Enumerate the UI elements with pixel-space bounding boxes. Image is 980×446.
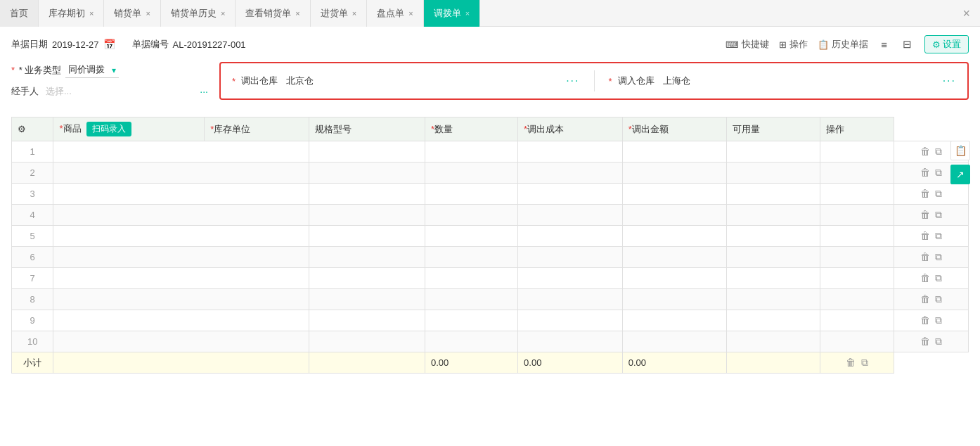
delete-icon[interactable]: 🗑 [920,209,930,220]
available-cell[interactable] [820,226,894,247]
delete-icon[interactable]: 🗑 [920,188,930,199]
close-all-tabs[interactable]: × [962,6,970,21]
cost-cell[interactable] [622,289,727,310]
close-tab-sales[interactable]: × [146,9,150,18]
copy-icon-sub[interactable]: ⧉ [861,357,868,368]
operation-btn[interactable]: ⊞ 操作 [779,38,808,51]
product-cell[interactable] [53,289,309,310]
tab-sales-history[interactable]: 销货单历史 × [161,0,236,27]
qty-cell[interactable] [518,289,623,310]
qty-cell[interactable] [518,247,623,268]
warehouse-out-value[interactable]: 北京仓 [286,75,314,87]
amount-cell[interactable] [727,247,820,268]
spec-cell[interactable] [425,205,517,226]
available-cell[interactable] [820,184,894,205]
product-cell[interactable] [53,226,309,247]
qty-cell[interactable] [518,268,623,289]
cost-cell[interactable] [622,310,727,331]
unit-cell[interactable] [309,184,425,205]
delete-icon-sub[interactable]: 🗑 [846,357,856,368]
product-cell[interactable] [53,268,309,289]
product-cell[interactable] [53,310,309,331]
tab-stocktake[interactable]: 盘点单 × [367,0,423,27]
qty-cell[interactable] [518,205,623,226]
copy-icon[interactable]: ⧉ [935,314,942,326]
copy-icon[interactable]: ⧉ [935,272,942,283]
copy-icon[interactable]: ⧉ [935,336,942,347]
amount-cell[interactable] [727,184,820,205]
delete-icon[interactable]: 🗑 [920,314,930,326]
delete-icon[interactable]: 🗑 [920,293,930,305]
amount-cell[interactable] [727,289,820,310]
amount-cell[interactable] [727,331,820,352]
history-btn[interactable]: 📋 历史单据 [818,38,868,51]
unit-cell[interactable] [309,141,425,163]
product-cell[interactable] [53,205,309,226]
delete-icon[interactable]: 🗑 [920,251,930,262]
close-tab-view-sales[interactable]: × [295,9,299,18]
settings-btn[interactable]: ⚙ 设置 [924,35,969,53]
amount-cell[interactable] [727,310,820,331]
copy-icon[interactable]: ⧉ [935,230,942,241]
shortcut-btn[interactable]: ⌨ 快捷键 [726,38,769,51]
scan-button[interactable]: 扫码录入 [86,122,131,136]
available-cell[interactable] [820,205,894,226]
spec-cell[interactable] [425,184,517,205]
close-tab-stocktake[interactable]: × [408,9,413,18]
tab-view-sales[interactable]: 查看销货单 × [236,0,310,27]
unit-cell[interactable] [309,331,425,352]
unit-cell[interactable] [309,247,425,268]
close-tab-transfer[interactable]: × [465,9,470,18]
cost-cell[interactable] [622,205,727,226]
unit-cell[interactable] [309,310,425,331]
cost-cell[interactable] [622,184,727,205]
available-cell[interactable] [820,141,894,163]
available-cell[interactable] [820,310,894,331]
available-cell[interactable] [820,247,894,268]
list-sidebar-btn[interactable]: 📋 [950,141,970,160]
cost-cell[interactable] [622,247,727,268]
qty-cell[interactable] [518,331,623,352]
delete-icon[interactable]: 🗑 [920,167,930,178]
person-more-icon[interactable]: ··· [200,86,208,97]
spec-cell[interactable] [425,268,517,289]
cost-cell[interactable] [622,163,727,184]
copy-icon[interactable]: ⧉ [935,251,942,262]
close-tab-inventory-init[interactable]: × [89,9,94,18]
amount-cell[interactable] [727,268,820,289]
tab-inventory-init[interactable]: 库存期初 × [39,0,104,27]
cost-cell[interactable] [622,331,727,352]
list-view-icon[interactable]: ≡ [878,37,890,52]
product-cell[interactable] [53,184,309,205]
spec-cell[interactable] [425,226,517,247]
calendar-icon[interactable]: 📅 [103,39,115,50]
delete-icon[interactable]: 🗑 [920,336,930,347]
copy-icon[interactable]: ⧉ [935,209,942,220]
qty-cell[interactable] [518,310,623,331]
unit-cell[interactable] [309,163,425,184]
spec-cell[interactable] [425,289,517,310]
grid-view-icon[interactable]: ⊟ [900,37,915,52]
qty-cell[interactable] [518,141,623,163]
copy-icon[interactable]: ⧉ [935,293,942,305]
tab-purchase[interactable]: 进货单 × [311,0,367,27]
copy-icon[interactable]: ⧉ [935,188,942,199]
tab-sales[interactable]: 销货单 × [104,0,160,27]
copy-icon[interactable]: ⧉ [935,167,942,178]
tab-home[interactable]: 首页 [0,0,39,27]
product-cell[interactable] [53,247,309,268]
tab-transfer[interactable]: 调拨单 × [424,0,480,27]
available-cell[interactable] [820,268,894,289]
person-select[interactable]: 选择... [46,85,72,98]
cost-cell[interactable] [622,226,727,247]
amount-cell[interactable] [727,205,820,226]
unit-cell[interactable] [309,226,425,247]
warehouse-in-more[interactable]: ··· [943,75,956,87]
spec-cell[interactable] [425,141,517,163]
unit-cell[interactable] [309,268,425,289]
spec-cell[interactable] [425,331,517,352]
delete-icon[interactable]: 🗑 [920,272,930,283]
spec-cell[interactable] [425,163,517,184]
available-cell[interactable] [820,289,894,310]
spec-cell[interactable] [425,247,517,268]
